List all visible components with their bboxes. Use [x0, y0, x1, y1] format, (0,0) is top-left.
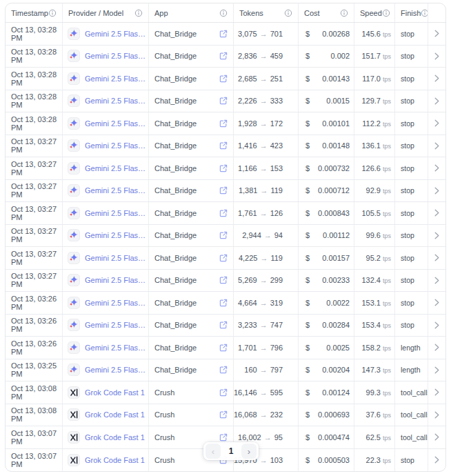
- external-link-icon[interactable]: [219, 164, 228, 172]
- expand-row-button[interactable]: [428, 23, 445, 45]
- table-row[interactable]: Oct 13, 03:27 PM Gemini 2.5 Flash Pre…: [6, 247, 445, 270]
- external-link-icon[interactable]: [219, 231, 228, 239]
- pagination-next-button[interactable]: ›: [241, 444, 257, 459]
- speed-cell: 151.7 tps: [354, 46, 395, 68]
- info-icon[interactable]: [421, 9, 428, 17]
- model-link[interactable]: Gemini 2.5 Flash Pre…: [85, 344, 148, 352]
- table-row[interactable]: Oct 13, 03:27 PM Gemini 2.5 Flash Pre…: [6, 270, 445, 292]
- model-link[interactable]: Gemini 2.5 Flash Pre…: [85, 119, 148, 128]
- pagination-current-page[interactable]: 1: [223, 444, 239, 459]
- expand-row-button[interactable]: [428, 225, 445, 247]
- cost-cell: $ 0.002: [299, 46, 354, 68]
- model-link[interactable]: Gemini 2.5 Flash Pre…: [85, 276, 148, 284]
- model-link[interactable]: Grok Code Fast 1: [85, 456, 145, 464]
- external-link-icon[interactable]: [219, 366, 228, 374]
- model-link[interactable]: Gemini 2.5 Flash Pre…: [85, 30, 148, 38]
- model-link[interactable]: Gemini 2.5 Flash Pre…: [85, 186, 148, 195]
- pagination-prev-button[interactable]: ‹: [206, 444, 221, 459]
- expand-row-button[interactable]: [428, 180, 445, 202]
- model-link[interactable]: Grok Code Fast 1: [85, 433, 145, 442]
- model-link[interactable]: Gemini 2.5 Flash Pre…: [85, 321, 148, 329]
- expand-row-button[interactable]: [428, 292, 445, 314]
- expand-row-button[interactable]: [428, 90, 445, 112]
- external-link-icon[interactable]: [219, 388, 228, 397]
- table-row[interactable]: Oct 13, 03:28 PM Gemini 2.5 Flash Pre…: [6, 23, 445, 46]
- speed-unit: tps: [383, 366, 391, 374]
- external-link-icon[interactable]: [219, 119, 228, 128]
- model-link[interactable]: Gemini 2.5 Flash Pre…: [85, 75, 148, 83]
- expand-row-button[interactable]: [428, 270, 445, 292]
- expand-row-button[interactable]: [428, 247, 445, 269]
- table-row[interactable]: Oct 13, 03:08 PM Grok Code Fast 1: [6, 381, 445, 404]
- external-link-icon[interactable]: [219, 141, 228, 150]
- external-link-icon[interactable]: [219, 186, 228, 195]
- cost-cell: $ 0.000503: [299, 449, 354, 472]
- table-row[interactable]: Oct 13, 03:26 PM Gemini 2.5 Flash Pre…: [6, 315, 445, 337]
- expand-row-button[interactable]: [428, 157, 445, 179]
- table-row[interactable]: Oct 13, 03:26 PM Gemini 2.5 Flash Pre…: [6, 337, 445, 359]
- table-row[interactable]: Oct 13, 03:26 PM Gemini 2.5 Flash Pre…: [6, 292, 445, 315]
- model-link[interactable]: Gemini 2.5 Flash Pre…: [85, 97, 148, 105]
- info-icon[interactable]: [48, 9, 57, 17]
- external-link-icon[interactable]: [219, 433, 228, 442]
- model-link[interactable]: Gemini 2.5 Flash Pre…: [85, 141, 148, 150]
- expand-row-button[interactable]: [428, 112, 445, 135]
- header-app: App: [149, 3, 234, 22]
- expand-row-button[interactable]: [428, 426, 445, 448]
- expand-row-button[interactable]: [428, 381, 445, 404]
- external-link-icon[interactable]: [219, 209, 228, 217]
- expand-row-button[interactable]: [428, 449, 445, 472]
- external-link-icon[interactable]: [219, 299, 228, 307]
- model-link[interactable]: Grok Code Fast 1: [85, 410, 145, 419]
- info-icon[interactable]: [284, 9, 292, 17]
- tokens-out: 299: [270, 276, 283, 284]
- external-link-icon[interactable]: [219, 30, 228, 38]
- table-row[interactable]: Oct 13, 03:08 PM Grok Code Fast 1: [6, 404, 445, 427]
- expand-row-button[interactable]: [428, 68, 445, 90]
- table-row[interactable]: Oct 13, 03:28 PM Gemini 2.5 Flash Pre…: [6, 46, 445, 68]
- external-link-icon[interactable]: [219, 52, 228, 60]
- model-link[interactable]: Gemini 2.5 Flash Pre…: [85, 299, 148, 307]
- external-link-icon[interactable]: [219, 344, 228, 352]
- table-row[interactable]: Oct 13, 03:27 PM Gemini 2.5 Flash Pre…: [6, 202, 445, 225]
- external-link-icon[interactable]: [219, 276, 228, 284]
- external-link-icon[interactable]: [219, 254, 228, 262]
- table-row[interactable]: Oct 13, 03:28 PM Gemini 2.5 Flash Pre…: [6, 68, 445, 90]
- expand-row-button[interactable]: [428, 337, 445, 359]
- expand-row-button[interactable]: [428, 359, 445, 381]
- expand-row-button[interactable]: [428, 135, 445, 157]
- table-row[interactable]: Oct 13, 03:28 PM Gemini 2.5 Flash Pre…: [6, 112, 445, 135]
- table-row[interactable]: Oct 13, 03:27 PM Gemini 2.5 Flash Pre…: [6, 225, 445, 248]
- model-link[interactable]: Gemini 2.5 Flash Pre…: [85, 254, 148, 262]
- model-link[interactable]: Grok Code Fast 1: [85, 388, 145, 397]
- info-icon[interactable]: [134, 9, 143, 17]
- speed-cell: 153.1 tps: [354, 292, 395, 314]
- external-link-icon[interactable]: [219, 410, 228, 419]
- cost-value: 0.0015: [326, 97, 350, 105]
- table-row[interactable]: Oct 13, 03:27 PM Gemini 2.5 Flash Pre…: [6, 135, 445, 158]
- model-link[interactable]: Gemini 2.5 Flash Pre…: [85, 209, 148, 217]
- expand-row-button[interactable]: [428, 202, 445, 224]
- table-row[interactable]: Oct 13, 03:25 PM Gemini 2.5 Flash Pre…: [6, 359, 445, 382]
- speed-value: 95.2: [366, 254, 381, 262]
- chevron-right-icon: [434, 187, 439, 195]
- table-row[interactable]: Oct 13, 03:27 PM Gemini 2.5 Flash Pre…: [6, 180, 445, 203]
- expand-row-button[interactable]: [428, 404, 445, 426]
- cost-cell: $ 0.000474: [299, 426, 354, 448]
- table-row[interactable]: Oct 13, 03:28 PM Gemini 2.5 Flash Pre…: [6, 90, 445, 113]
- provider-cell: Gemini 2.5 Flash Pre…: [63, 270, 149, 292]
- model-link[interactable]: Gemini 2.5 Flash Pre…: [85, 164, 148, 172]
- expand-row-button[interactable]: [428, 46, 445, 68]
- info-icon[interactable]: [340, 9, 348, 17]
- external-link-icon[interactable]: [219, 97, 228, 105]
- info-icon[interactable]: [382, 9, 390, 17]
- model-link[interactable]: Gemini 2.5 Flash Pre…: [85, 231, 148, 239]
- model-link[interactable]: Gemini 2.5 Flash Pre…: [85, 52, 148, 60]
- external-link-icon[interactable]: [219, 321, 228, 329]
- external-link-icon[interactable]: [219, 75, 228, 83]
- model-link[interactable]: Gemini 2.5 Flash Pre…: [85, 366, 148, 374]
- expand-row-button[interactable]: [428, 315, 445, 337]
- table-row[interactable]: Oct 13, 03:27 PM Gemini 2.5 Flash Pre…: [6, 157, 445, 180]
- finish-reason: tool_calls: [401, 388, 428, 397]
- info-icon[interactable]: [219, 9, 228, 17]
